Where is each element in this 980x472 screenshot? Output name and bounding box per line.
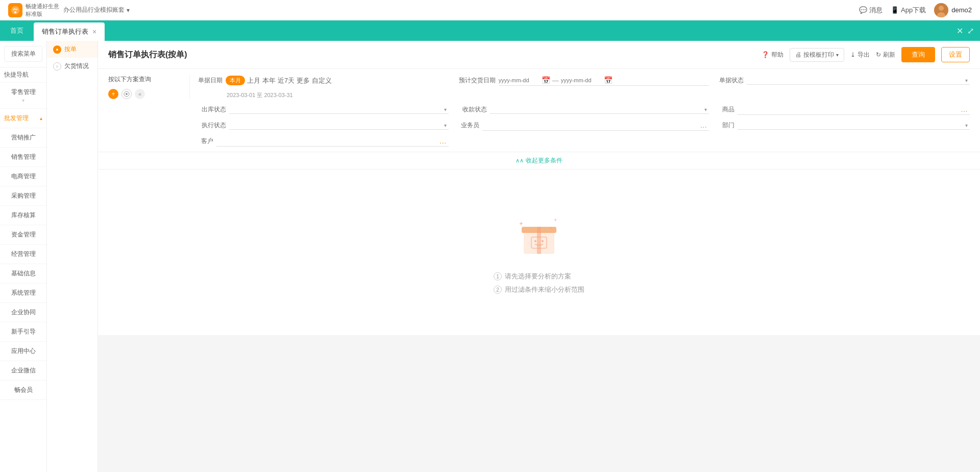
empty-state: ✦ ✦ ✦ 1 请先选择要分析的方案 2 用过 [98, 170, 980, 335]
date-controls: 本月 上月 本年 近7天 更多 自定义 [226, 76, 449, 85]
collapse-scheme-button[interactable]: « [135, 89, 145, 99]
sidebar-item-label-newbie: 新手引导 [11, 327, 36, 336]
app-download-button[interactable]: 📱 App下载 [891, 6, 926, 15]
sub-nav-label-order: 按单 [64, 45, 77, 54]
page-header: 销售订单执行表(按单) ❓ 帮助 🖨 按模板打印 ▾ ⤓ 导出 ↻ 刷新 [98, 41, 980, 69]
expected-delivery-from[interactable] [499, 77, 540, 83]
sidebar-item-label-finance: 资金管理 [11, 230, 36, 239]
copy-scheme-button[interactable] [121, 89, 132, 99]
date-field: 单据日期 本月 上月 本年 近7天 更多 自定义 [198, 75, 449, 86]
current-month-button[interactable]: 本月 [226, 76, 245, 85]
sidebar-item-label-wechat: 企业微信 [11, 366, 36, 375]
sidebar-item-label-ecommerce: 电商管理 [11, 172, 36, 181]
export-button[interactable]: ⤓ 导出 [850, 51, 870, 59]
execution-status-control[interactable]: ▾ [229, 122, 449, 130]
sidebar-item-marketing[interactable]: 营销推广 [0, 128, 46, 148]
collapse-button[interactable]: ∧∧ 收起更多条件 [98, 152, 980, 169]
expected-delivery-to[interactable] [561, 77, 602, 83]
filter-row-4: 客户 … [198, 136, 970, 147]
sidebar-item-system[interactable]: 系统管理 [0, 284, 46, 303]
filter-fields: 单据日期 本月 上月 本年 近7天 更多 自定义 [198, 75, 970, 152]
sidebar-item-basic[interactable]: 基础信息 [0, 264, 46, 284]
sidebar-item-finance[interactable]: 资金管理 [0, 225, 46, 245]
scheme-header: 按以下方案查询 [108, 75, 183, 84]
sidebar-item-vip[interactable]: 畅会员 [0, 381, 46, 400]
chevron-up-icon: ▴ [40, 115, 42, 121]
refresh-button[interactable]: ↻ 刷新 [876, 51, 895, 59]
message-button[interactable]: 💬 消息 [859, 6, 883, 15]
collapse-arrow-icon: ∧∧ [516, 157, 524, 164]
print-dropdown-icon: ▾ [836, 52, 839, 58]
more-date-button[interactable]: 更多 [297, 76, 310, 85]
sidebar-item-newbie[interactable]: 新手引导 [0, 322, 46, 342]
salesperson-more-icon[interactable]: … [700, 121, 707, 129]
svg-point-1 [14, 11, 16, 13]
department-control[interactable]: ▾ [738, 122, 970, 130]
sidebar-item-purchase[interactable]: 采购管理 [0, 186, 46, 206]
last7days-button[interactable]: 近7天 [278, 76, 295, 85]
current-year-button[interactable]: 本年 [262, 76, 276, 85]
hint-num-2: 2 [494, 286, 502, 294]
help-button[interactable]: ❓ 帮助 [762, 51, 783, 59]
sidebar-item-appstore[interactable]: 应用中心 [0, 342, 46, 361]
add-scheme-button[interactable]: + [108, 89, 118, 99]
custom-date-button[interactable]: 自定义 [312, 76, 332, 85]
sidebar-item-retail[interactable]: 零售管理 ▾ [0, 83, 46, 109]
message-icon: 💬 [859, 6, 867, 14]
sidebar-item-label-marketing: 营销推广 [11, 133, 36, 142]
filter-row-3: 执行状态 ▾ 业务员 … [198, 120, 970, 131]
sidebar-item-sales[interactable]: 销售管理 [0, 148, 46, 167]
filter-top-area: 按以下方案查询 + « [98, 69, 980, 152]
hint-num-1: 1 [494, 272, 502, 280]
sub-nav-label-debt: 欠货情况 [64, 62, 89, 70]
sidebar-item-label-basic: 基础信息 [11, 269, 36, 278]
execution-status-chevron: ▾ [444, 123, 447, 128]
window-close-button[interactable]: ✕ [957, 26, 963, 36]
search-menu-button[interactable]: 搜索菜单 [4, 46, 42, 62]
svg-text:✦: ✦ [519, 220, 524, 227]
sidebar-item-inventory[interactable]: 库存核算 [0, 206, 46, 225]
sidebar-item-enterprise[interactable]: 企业协同 [0, 303, 46, 322]
sidebar-quick-nav[interactable]: 快捷导航 [0, 67, 46, 83]
bill-status-chevron[interactable]: ▾ [965, 78, 968, 83]
payment-status-control[interactable]: ▾ [490, 106, 709, 114]
svg-text:✦: ✦ [549, 226, 553, 231]
prev-month-button[interactable]: 上月 [247, 76, 260, 85]
customer-more-icon[interactable]: … [439, 137, 447, 145]
topbar-right: 💬 消息 📱 App下载 demo2 [859, 3, 972, 17]
goods-more-icon[interactable]: … [961, 105, 968, 113]
goods-control: … [738, 104, 970, 115]
sub-nav-item-order[interactable]: ● 按单 [47, 41, 97, 58]
delivery-status-control[interactable]: ▾ [229, 106, 449, 114]
order-icon: ● [53, 45, 61, 54]
settings-button[interactable]: 设置 [941, 47, 970, 62]
expected-delivery-field: 预计交货日期 📅 — 📅 [459, 75, 709, 86]
query-button[interactable]: 查询 [901, 47, 935, 62]
calendar-icon-right[interactable]: 📅 [604, 76, 612, 84]
expected-delivery-control: 📅 — 📅 [499, 75, 709, 86]
sidebar-search-area: 搜索菜单 [0, 41, 46, 67]
date-range-text: 2023-03-01 至 2023-03-31 [227, 92, 293, 98]
sidebar-item-wholesale[interactable]: 批发管理 ▴ [0, 109, 46, 128]
sidebar-item-ecommerce[interactable]: 电商管理 [0, 167, 46, 186]
delivery-status-chevron: ▾ [444, 107, 447, 112]
customer-field: 客户 … [198, 136, 449, 147]
user-area[interactable]: demo2 [934, 3, 972, 17]
print-button[interactable]: 🖨 按模板打印 ▾ [790, 48, 844, 62]
calendar-icon-left[interactable]: 📅 [542, 76, 550, 84]
tab-home[interactable]: 首页 [0, 20, 34, 41]
tabbar-right: ✕ ⤢ [957, 20, 980, 41]
salesperson-control: … [482, 120, 709, 131]
department-field: 部门 ▾ [719, 120, 970, 131]
help-icon: ❓ [762, 51, 769, 58]
sidebar-item-operations[interactable]: 经营管理 [0, 245, 46, 264]
window-expand-button[interactable]: ⤢ [967, 26, 974, 36]
download-icon: 📱 [891, 6, 899, 14]
topbar-nav[interactable]: 办公用品行业模拟账套 ▾ [63, 6, 130, 14]
sub-nav-item-debt[interactable]: ○ 欠货情况 [47, 58, 97, 75]
logo-icon [8, 3, 22, 17]
tab-close-button[interactable]: × [92, 28, 96, 36]
tab-active[interactable]: 销售订单执行表 × [34, 22, 105, 41]
sidebar-item-wechat[interactable]: 企业微信 [0, 361, 46, 381]
empty-box-svg: ✦ ✦ ✦ [513, 210, 565, 262]
